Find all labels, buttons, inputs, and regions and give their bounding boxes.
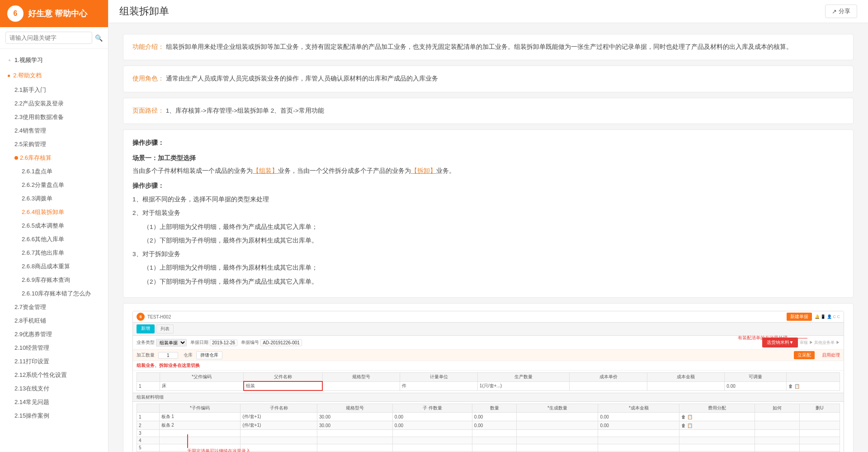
sidebar-item-install[interactable]: 2.2产品安装及登录 [0,97,108,110]
sidebar-item-faq[interactable]: 2.14常见问题 [0,395,108,409]
sidebar-item-mobile[interactable]: 2.8手机旺铺 [0,314,108,328]
sim-logo: 6 [137,313,145,321]
th-spec: 规格型号 [322,373,400,382]
sidebar-item-purchase[interactable]: 2.5采购管理 [0,138,108,151]
sidebar-item-label: 2.帮助文档 [13,71,42,80]
sidebar-header: 6 好生意 帮助中心 [0,0,108,27]
sim-qty-value: 1 [158,352,178,359]
search-icon[interactable]: 🔍 [95,34,103,42]
th-cost-total: 成本金额 [647,373,724,382]
sidebar-item-settings[interactable]: 2.12系统个性化设置 [0,368,108,382]
sidebar-item-cost-recalc[interactable]: 2.6.8商品成本重算 [22,260,108,273]
sim-annotation-1: 有装配清单的在这里处理 [738,335,807,341]
sim-no-label: 单据编号 [241,339,259,346]
role-text: 通常由生产人员或库管人员完成拆装业务的操作，库管人员确认原材料的出库和产成品的入… [166,75,438,82]
sidebar-item-coupon[interactable]: 2.9优惠券管理 [0,328,108,341]
logo-icon: 6 [7,5,24,22]
sidebar-item-ledger-fix[interactable]: 2.6.10库存账本错了怎么办 [22,287,108,300]
screenshot-card: 6 TEST-H002 新建单据 🔔 📱 👤 C C 新增 列表 业务类型 [123,303,854,452]
sidebar-item-ledger-query[interactable]: 2.6.9库存账本查询 [22,273,108,287]
th-unit: 计量单位 [400,373,477,382]
steps-label: 操作步骤： [132,181,844,191]
sidebar-item-data-prep[interactable]: 2.3使用前数据准备 [0,110,108,124]
sim-apply-btn: 立采配 [794,351,815,359]
sidebar-item-ops[interactable]: 2.10经营管理 [0,341,108,355]
sim-tab-list: 列表 [156,324,174,333]
sim-tabs: 新增 列表 [133,323,844,336]
sidebar-item-cost-adjust[interactable]: 2.6.5成本调整单 [22,219,108,233]
sidebar-item-other-out[interactable]: 2.6.7其他出库单 [22,246,108,260]
sidebar-item-assembly[interactable]: 2.6.4组装拆卸单 [22,205,108,219]
nav-tree: ＋ 1.视频学习 ● 2.帮助文档 2.1新手入门 2.2产品安装及登录 2.3… [0,49,108,452]
sim-date-field: 单据日期 2019-12-26 [190,339,237,346]
sim-wh-label: 仓库 [184,352,193,358]
page-title: 组装拆卸单 [119,5,169,18]
th-cost: 成本单价 [570,373,647,382]
feature-intro-card: 功能介绍： 组装拆卸单用来处理企业组装或拆卸等加工业务，支持有固定装配清单的产品… [123,34,854,60]
sidebar-item-funds[interactable]: 2.7资金管理 [0,300,108,314]
sidebar-item-stocktake-sub[interactable]: 2.6.2分量盘点单 [22,178,108,192]
step2: 2、对于组装业务 [132,208,844,219]
feature-label: 功能介绍： [132,43,164,50]
minus-icon: ● [7,72,10,79]
sim-type-select[interactable]: 组装单据 拆卸单据 [156,339,187,347]
sidebar-item-help-docs[interactable]: ● 2.帮助文档 [0,68,108,83]
sidebar-item-other-in[interactable]: 2.6.6其他入库单 [22,233,108,246]
sidebar-item-pay[interactable]: 2.13在线支付 [0,382,108,395]
sim-arrow-vert [187,434,188,448]
sidebar-item-inventory[interactable]: 2.6库存核算 [0,151,108,165]
sim-sys-text: TEST-H002 [147,314,171,319]
step2-2: （2）下部明细为子件明细，最终作为原材料生成其它出库单。 [143,235,844,246]
sim-form-row1: 业务类型 组装单据 拆卸单据 单据日期 2019-12-26 单据编号 AD-2… [133,336,844,350]
sim-table-row-1: 1 床 组装 件 1(只/套+...) 0.00 🗑 📋 [137,381,840,390]
path-text: 1、库存核算->库存管理->组装拆卸单 2、首页->常用功能 [166,107,324,114]
steps-card: 操作步骤： 场景一：加工类型选择 当由多个子件材料组装成一个成品的业务为【组装】… [123,129,854,298]
th-avail: 可调量 [725,373,786,382]
search-input[interactable] [5,32,92,44]
step3-1: （1）上部明细为父件明细，最终作为原材料生成其它出库单； [143,262,844,273]
th-check [137,373,160,382]
sim-annotation-text-4: 无固定清单可以继续在这里录入 [187,448,250,452]
sidebar-submenu: 2.6.1盘点单 2.6.2分量盘点单 2.6.3调拨单 2.6.4组装拆卸单 … [0,165,108,300]
topbar: 组装拆卸单 ↗ 分享 [108,0,868,23]
sim-type-label: 业务类型 [137,339,155,346]
sim-upper-table: *父件编码 父件名称 规格型号 计量单位 生产数量 成本单价 成本金额 可调量 [137,372,840,391]
sim-date-value: 2019-12-26 [210,339,237,346]
sim-tab-active: 新增 [137,324,155,333]
search-box: 🔍 [0,27,108,49]
sidebar-item-cases[interactable]: 2.15操作案例 [0,409,108,423]
step3: 3、对于拆卸业务 [132,249,844,260]
step3-2: （2）下部明细为子件明细，最终作为产成品生成其它入库单。 [143,276,844,287]
feature-text: 组装拆卸单用来处理企业组装或拆卸等加工业务，支持有固定装配清单的产品加工业务，也… [166,43,793,50]
sim-qty-label: 加工数量 [137,352,155,358]
content-area: 功能介绍： 组装拆卸单用来处理企业组装或拆卸等加工业务，支持有固定装配清单的产品… [108,23,868,452]
role-intro-card: 使用角色： 通常由生产人员或库管人员完成拆装业务的操作，库管人员确认原材料的出库… [123,66,854,92]
sim-upper-table-area: *父件编码 父件名称 规格型号 计量单位 生产数量 成本单价 成本金额 可调量 [133,371,844,393]
scene1-title: 场景一：加工类型选择 [132,153,844,164]
sim-type-selector: 业务类型 组装单据 拆卸单据 [137,339,187,347]
sim-lower-row-2: 2 板条 2 (件/套+1) 30.00 0.00 0.00 0.00 🗑 📋 [137,421,840,430]
sidebar-item-sales[interactable]: 2.4销售管理 [0,124,108,138]
sidebar-item-transfer[interactable]: 2.6.3调拨单 [22,192,108,205]
step1: 1、根据不同的业务，选择不同单据的类型来处理 [132,194,844,205]
sidebar-item-newbie[interactable]: 2.1新手入门 [0,83,108,97]
sidebar-item-stocktake[interactable]: 2.6.1盘点单 [22,165,108,178]
th-goods-code: *父件编码 [160,373,243,382]
sim-annotation-text-1: 有装配清单的在这里处理 [738,335,788,341]
path-intro-card: 页面路径： 1、库存核算->库存管理->组装拆卸单 2、首页->常用功能 [123,98,854,124]
sim-lower-row-1: 1 板条 1 (件/套+1) 30.00 0.00 0.00 0.00 🗑 📋 [137,413,840,421]
share-icon: ↗ [832,8,837,15]
sidebar-item-video-learning[interactable]: ＋ 1.视频学习 [0,52,108,68]
active-dot [14,156,18,160]
sim-annotation-4: 无固定清单可以继续在这里录入 [187,434,250,452]
main-area: 组装拆卸单 ↗ 分享 功能介绍： 组装拆卸单用来处理企业组装或拆卸等加工业务，支… [108,0,868,452]
sim-no-value: AD-20191226-001 [260,339,302,346]
sim-assemble-row: 组装业务、拆卸业务在这里切换 [133,361,844,371]
sim-wh-value: 拼缝仓库 [196,351,222,359]
scene1-desc: 当由多个子件材料组装成一个成品的业务为【组装】业务，当由一个父件拆分成多个子产品… [132,166,844,176]
sidebar-item-print[interactable]: 2.11打印设置 [0,355,108,368]
sim-lower-table-area: *子件编码 子件名称 规格型号 子 件数量 数量 *生成数量 *成本金额 费用分… [133,402,844,452]
screenshot-image: 6 TEST-H002 新建单据 🔔 📱 👤 C C 新增 列表 业务类型 [132,311,844,452]
share-button[interactable]: ↗ 分享 [825,5,857,18]
th-op [786,373,840,382]
